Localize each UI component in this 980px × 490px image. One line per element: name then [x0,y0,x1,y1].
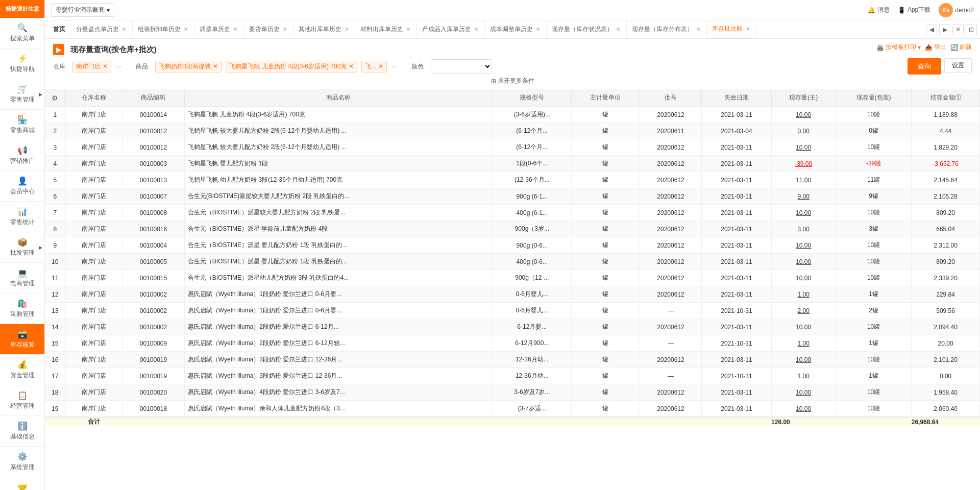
cell-8[interactable]: 10.00 [771,319,836,335]
sidebar-item-企业协同[interactable]: 🤝 企业协同 [0,477,44,490]
tab-7[interactable]: 产成品入库单历史 ✕ [417,20,485,39]
cell-8[interactable]: 10.00 [771,270,836,286]
cell-8[interactable]: 2.00 [771,303,836,319]
cell-8[interactable]: 10.00 [771,254,836,270]
tab-close-icon[interactable]: ✕ [473,27,479,32]
footer-cell-4 [493,417,571,426]
tab-close-btn[interactable]: ✕ [952,24,964,35]
product-tag-2-close[interactable]: ✕ [378,63,383,70]
tab-close-icon[interactable]: ✕ [344,27,350,32]
product-tag-2[interactable]: 飞... ✕ [361,61,387,72]
tab-close-icon[interactable]: ✕ [745,26,751,32]
sidebar-item-快捷导航[interactable]: ⚡ 快捷导航 [0,48,44,79]
product-tag-1[interactable]: 飞鹤星飞帆 儿童奶粉 4段(3-6岁适用) 700克 ✕ [226,61,357,72]
user-menu[interactable]: Ea demo2 [939,3,974,17]
tab-3[interactable]: 调拨单历史 ✕ [194,20,244,39]
expand-more-btn[interactable]: ⊞ 展开更多条件 [491,77,534,85]
footer-cell-2 [122,417,185,426]
sidebar-item-label: 经营管理 [10,402,35,410]
app-download-btn[interactable]: 📱 App下载 [898,6,930,14]
cell-8[interactable]: 10.00 [771,139,836,156]
sidebar-item-采购管理[interactable]: 🛍️ 采购管理 [0,293,44,324]
tab-1[interactable]: 分量盘点单历史 ✕ [71,20,133,39]
product-tag-1-close[interactable]: ✕ [349,63,354,70]
tab-close-icon[interactable]: ✕ [282,27,288,32]
tab-close-icon[interactable]: ✕ [232,27,238,32]
setting-btn[interactable]: 设置 [944,58,972,72]
tab-8[interactable]: 成本调整单历史 ✕ [485,20,547,39]
sidebar-item-电商管理[interactable]: 💻 电商管理 [0,263,44,293]
col-header-5: 主计量单位 [572,89,640,107]
cell-8[interactable]: 0.00 [771,123,836,139]
refresh-btn[interactable]: 🔄 刷新 [950,43,972,52]
sidebar-item-系统管理[interactable]: ⚙️ 系统管理 [0,447,44,477]
sidebar-item-零售商城[interactable]: 🏪 零售商城 [0,110,44,140]
sidebar-item-搜索菜单[interactable]: 🔍 搜索菜单 [0,18,44,48]
tab-10[interactable]: 现存量（库存分布表） ✕ [627,20,707,39]
message-btn[interactable]: 🔔 消息 [868,6,890,14]
cell-6: — [640,368,702,384]
expand-filter-btn[interactable]: ▶ [53,44,64,55]
sidebar-item-会员中心[interactable]: 👤 会员中心 [0,171,44,202]
cell-8[interactable]: 1.00 [771,286,836,303]
tab-close-icon[interactable]: ✕ [695,27,701,32]
tab-close-icon[interactable]: ✕ [405,27,411,32]
tab-next-btn[interactable]: ▶ [939,24,950,35]
print-btn[interactable]: 🖨️ 按模板打印 ▾ [876,43,921,52]
export-btn[interactable]: 📤 导出 [925,43,946,52]
cell-8[interactable]: 10.00 [771,237,836,254]
cell-6: 20200612 [640,221,702,237]
cell-8[interactable]: 10.00 [771,384,836,401]
sidebar-item-经营管理[interactable]: 📋 经营管理 [0,385,44,416]
sidebar-item-批发管理[interactable]: 📦 批发管理 ▶ [0,232,44,263]
tab-close-icon[interactable]: ✕ [183,27,189,32]
tab-0[interactable]: 首页 [48,20,71,39]
sidebar-item-零售统计[interactable]: 📊 零售统计 [0,202,44,232]
col-header-10: 结存金额① [912,89,980,107]
tab-2[interactable]: 组装拆卸单历史 ✕ [133,20,194,39]
tab-close-icon[interactable]: ✕ [121,27,127,32]
cell-8[interactable]: 9.00 [771,188,836,205]
cell-9: 10罐 [836,319,911,335]
tab-11[interactable]: 库存批次账 ✕ [707,20,756,39]
tab-5[interactable]: 其他出库单历史 ✕ [293,20,355,39]
tab-close-icon[interactable]: ✕ [535,27,541,32]
sidebar-item-零售管理[interactable]: 🛒 零售管理 ▶ [0,79,44,110]
sidebar-item-基础信息[interactable]: ℹ️ 基础信息 [0,416,44,447]
query-btn[interactable]: 查询 [908,58,941,75]
cell-9: 10罐 [836,237,911,254]
warehouse-tag[interactable]: 南岸门店 ✕ [72,61,111,72]
sidebar-item-label: 搜索菜单 [10,34,35,43]
cell-8[interactable]: 10.00 [771,352,836,368]
tab-4[interactable]: 要货单历史 ✕ [244,20,293,39]
tab-prev-btn[interactable]: ◀ [926,24,937,35]
color-select[interactable] [431,59,492,74]
cell-8[interactable]: -39.00 [771,156,836,172]
tab-more-btn[interactable]: ⊡ [966,24,977,35]
sidebar-item-营销推广[interactable]: 📢 营销推广 [0,140,44,171]
cell-8[interactable]: 10.00 [771,205,836,221]
sidebar-item-资金管理[interactable]: 💰 资金管理 [0,355,44,385]
cell-8[interactable]: 1.00 [771,368,836,384]
sidebar-item-库存核算[interactable]: 🗃️ 库存核算 [0,324,44,355]
cell-8[interactable]: 10.00 [771,107,836,123]
tab-9[interactable]: 现存量（库存状况表） ✕ [547,20,627,39]
cell-8[interactable]: 11.00 [771,172,836,188]
product-tag-0[interactable]: 飞鹤奶粉3段两提装 ✕ [155,61,222,72]
account-dropdown[interactable]: 母婴行业演示账套 ▾ [51,3,114,17]
product-more-btn[interactable]: ··· [391,62,397,70]
cell-8[interactable]: 1.00 [771,335,836,352]
warehouse-tag-close[interactable]: ✕ [103,63,108,70]
cell-8[interactable]: 3.00 [771,221,836,237]
cell-3: 惠氏启賦（Wyeth illuma）1段奶粉 爱尔兰进口 0-6月婴... [184,286,493,303]
warehouse-more-btn[interactable]: ··· [115,62,121,70]
tab-close-icon[interactable]: ✕ [615,27,621,32]
settings-icon[interactable]: ⚙ [52,94,58,102]
product-tag-0-close[interactable]: ✕ [213,63,218,70]
cell-0: 16 [45,352,65,368]
cell-6: 20200612 [640,139,702,156]
sidebar-item-label: 库存核算 [10,340,35,349]
cell-5: 罐 [572,188,640,205]
cell-8[interactable]: 10.00 [771,401,836,418]
tab-6[interactable]: 材料出库单历史 ✕ [355,20,417,39]
